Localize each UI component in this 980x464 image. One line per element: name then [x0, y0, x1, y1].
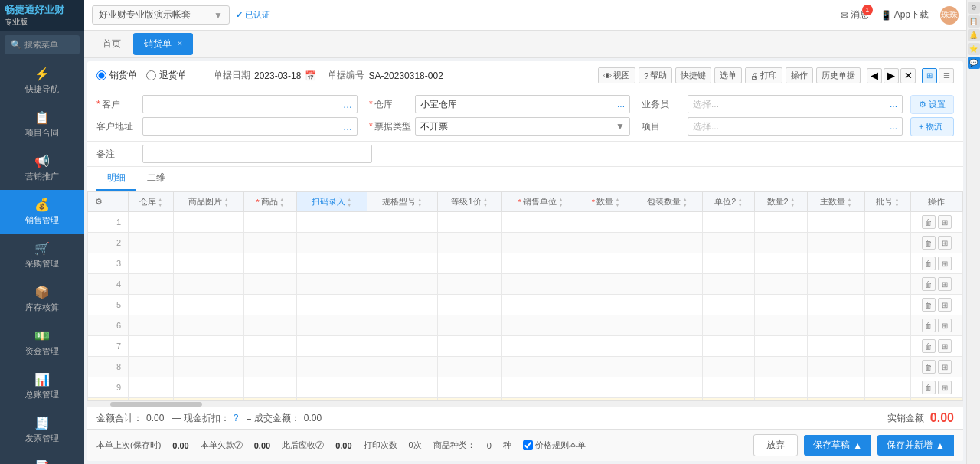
cell-11[interactable] [807, 212, 865, 233]
th-product[interactable]: *商品▲▼ [244, 192, 297, 212]
operate-button[interactable]: 操作 [786, 67, 813, 83]
cell-11[interactable] [807, 357, 865, 377]
cell-5[interactable] [437, 233, 502, 253]
app-download-button[interactable]: 📱 App下载 [880, 8, 929, 21]
cell-12[interactable] [865, 253, 910, 274]
cell-1[interactable] [174, 377, 244, 398]
cell-9[interactable] [703, 315, 755, 336]
th-scan[interactable]: 扫码录入▲▼ [296, 192, 367, 212]
right-panel-icon-1[interactable]: ⚙ [968, 2, 980, 14]
cell-4[interactable] [367, 233, 437, 253]
scrollbar-thumb[interactable] [110, 402, 202, 407]
cell-0[interactable] [129, 336, 174, 357]
cell-7[interactable] [580, 315, 632, 336]
help-button[interactable]: ? 帮助 [639, 67, 672, 83]
tab-detail[interactable]: 明细 [96, 167, 136, 191]
cell-4[interactable] [367, 377, 437, 398]
cell-9[interactable] [703, 274, 755, 295]
delete-icon[interactable]: 🗑 [922, 360, 936, 374]
cell-2[interactable] [244, 295, 297, 315]
sidebar-item-invoice[interactable]: 🧾 发票管理 [0, 408, 84, 452]
cell-3[interactable] [296, 315, 367, 336]
cell-1[interactable] [174, 253, 244, 274]
cell-5[interactable] [437, 295, 502, 315]
cell-4[interactable] [367, 315, 437, 336]
right-panel-icon-5[interactable]: 💬 [968, 57, 980, 69]
cell-10[interactable] [755, 377, 807, 398]
cell-8[interactable] [632, 295, 703, 315]
th-unit[interactable]: *销售单位▲▼ [502, 192, 580, 212]
copy-icon[interactable]: ⊞ [938, 360, 952, 374]
invoice-select[interactable]: 不开票 ▼ [415, 117, 630, 136]
project-input[interactable]: 选择... ... [688, 117, 903, 136]
message-button[interactable]: ✉ 消息 1 [841, 8, 869, 21]
cell-0[interactable] [129, 212, 174, 233]
cell-12[interactable] [865, 377, 910, 398]
cell-6[interactable] [502, 336, 580, 357]
cell-5[interactable] [437, 377, 502, 398]
sidebar-item-sales[interactable]: 💰 销售管理 [0, 190, 84, 234]
th-settings[interactable]: ⚙ [88, 192, 109, 212]
copy-icon[interactable]: ⊞ [938, 319, 952, 332]
settings-button[interactable]: ⚙ 设置 [910, 95, 954, 114]
cell-2[interactable] [244, 212, 297, 233]
right-panel-icon-2[interactable]: 📋 [968, 15, 980, 28]
copy-icon[interactable]: ⊞ [938, 381, 952, 394]
cell-10[interactable] [755, 253, 807, 274]
cell-8[interactable] [632, 212, 703, 233]
cell-0[interactable] [129, 233, 174, 253]
cell-1[interactable] [174, 212, 244, 233]
cell-6[interactable] [502, 315, 580, 336]
th-unit2[interactable]: 单位2▲▼ [703, 192, 755, 212]
sales-order-radio[interactable]: 销货单 [96, 69, 137, 82]
list-view-button[interactable]: ☰ [939, 68, 954, 83]
cell-10[interactable] [755, 233, 807, 253]
cell-5[interactable] [437, 274, 502, 295]
logistics-button[interactable]: + 物流 [910, 117, 954, 136]
grid-view-button[interactable]: ⊞ [922, 68, 937, 83]
cell-3[interactable] [296, 233, 367, 253]
cell-6[interactable] [502, 295, 580, 315]
cell-10[interactable] [755, 295, 807, 315]
cell-9[interactable] [703, 253, 755, 274]
th-pkg-qty[interactable]: 包装数量▲▼ [632, 192, 703, 212]
cell-8[interactable] [632, 357, 703, 377]
cell-0[interactable] [129, 315, 174, 336]
cell-5[interactable] [437, 315, 502, 336]
cell-6[interactable] [502, 212, 580, 233]
cell-7[interactable] [580, 295, 632, 315]
delete-icon[interactable]: 🗑 [922, 319, 936, 332]
save-draft-button[interactable]: 保存草稿 ▲ [804, 435, 871, 456]
copy-icon[interactable]: ⊞ [938, 339, 952, 353]
cell-2[interactable] [244, 336, 297, 357]
delete-icon[interactable]: 🗑 [922, 339, 936, 353]
th-spec[interactable]: 规格型号▲▼ [367, 192, 437, 212]
staff-input[interactable]: 选择... ... [688, 95, 903, 113]
sidebar-item-inventory[interactable]: 📦 库存核算 [0, 277, 84, 321]
cell-9[interactable] [703, 377, 755, 398]
scrollbar[interactable] [87, 400, 963, 407]
cell-3[interactable] [296, 295, 367, 315]
cell-0[interactable] [129, 274, 174, 295]
cell-5[interactable] [437, 357, 502, 377]
prev-button[interactable]: ◀ [867, 68, 882, 83]
cell-2[interactable] [244, 233, 297, 253]
th-main-qty[interactable]: 主数量▲▼ [807, 192, 865, 212]
cell-1[interactable] [174, 315, 244, 336]
calendar-icon[interactable]: 📅 [305, 70, 316, 81]
cell-11[interactable] [807, 315, 865, 336]
view-button[interactable]: 👁 视图 [598, 67, 635, 83]
cell-10[interactable] [755, 212, 807, 233]
th-warehouse[interactable]: 仓库▲▼ [129, 192, 174, 212]
cell-4[interactable] [367, 295, 437, 315]
cell-7[interactable] [580, 357, 632, 377]
delete-icon[interactable]: 🗑 [922, 381, 936, 394]
cell-7[interactable] [580, 336, 632, 357]
close-button[interactable]: ✕ [900, 68, 916, 83]
note-input[interactable] [142, 145, 372, 163]
cell-8[interactable] [632, 274, 703, 295]
cell-0[interactable] [129, 253, 174, 274]
cell-1[interactable] [174, 336, 244, 357]
cell-3[interactable] [296, 336, 367, 357]
cell-8[interactable] [632, 336, 703, 357]
